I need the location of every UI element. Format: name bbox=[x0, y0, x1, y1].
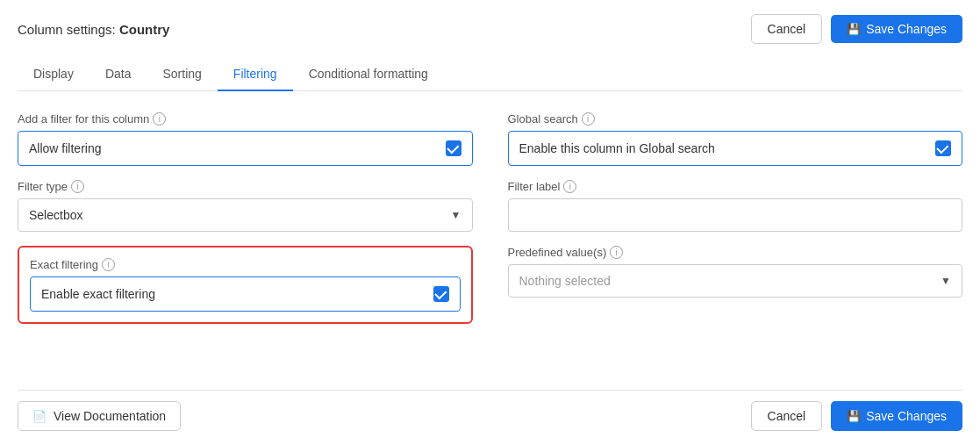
predefined-values-chevron-icon: ▼ bbox=[941, 275, 951, 287]
save-icon-bottom: 💾 bbox=[847, 410, 861, 423]
save-button-bottom[interactable]: 💾 Save Changes bbox=[831, 401, 962, 431]
exact-filtering-highlighted: Exact filtering i Enable exact filtering bbox=[18, 246, 473, 324]
exact-filtering-row[interactable]: Enable exact filtering bbox=[30, 276, 461, 312]
exact-filtering-checkbox[interactable] bbox=[433, 286, 449, 302]
save-button-top[interactable]: 💾 Save Changes bbox=[831, 15, 962, 43]
cancel-button-bottom[interactable]: Cancel bbox=[751, 401, 823, 431]
settings-grid: Add a filter for this column i Allow fil… bbox=[18, 112, 962, 324]
predefined-values-info-icon: i bbox=[610, 246, 623, 259]
allow-filtering-checkbox[interactable] bbox=[446, 140, 461, 156]
header: Column settings: Country Cancel 💾 Save C… bbox=[18, 14, 962, 44]
exact-filtering-label: Exact filtering i bbox=[30, 258, 461, 271]
predefined-values-label: Predefined value(s) i bbox=[508, 246, 963, 259]
page-title: Column settings: Country bbox=[18, 22, 169, 37]
global-search-checkbox[interactable] bbox=[935, 140, 951, 156]
header-actions: Cancel 💾 Save Changes bbox=[751, 14, 962, 44]
filter-type-select[interactable]: Selectbox ▼ bbox=[18, 198, 473, 232]
filter-type-chevron-icon: ▼ bbox=[451, 209, 461, 221]
filter-label-input[interactable] bbox=[508, 198, 963, 232]
left-column: Add a filter for this column i Allow fil… bbox=[18, 112, 473, 324]
global-search-info-icon: i bbox=[582, 112, 595, 126]
predefined-values-section: Predefined value(s) i Nothing selected ▼ bbox=[508, 246, 963, 298]
global-search-label: Global search i bbox=[508, 112, 963, 126]
filter-label-section: Filter label i bbox=[508, 180, 963, 232]
footer: 📄 View Documentation Cancel 💾 Save Chang… bbox=[18, 390, 962, 431]
tabs: Display Data Sorting Filtering Condition… bbox=[18, 58, 962, 91]
view-docs-button[interactable]: 📄 View Documentation bbox=[18, 401, 181, 431]
global-search-row[interactable]: Enable this column in Global search bbox=[508, 131, 963, 166]
filter-section-label: Add a filter for this column i bbox=[18, 112, 473, 126]
content-area: Add a filter for this column i Allow fil… bbox=[18, 91, 962, 390]
filter-type-label: Filter type i bbox=[18, 180, 473, 193]
filter-section: Add a filter for this column i Allow fil… bbox=[18, 112, 473, 166]
filter-section-info-icon: i bbox=[153, 112, 166, 126]
doc-icon: 📄 bbox=[32, 410, 46, 423]
save-icon-top: 💾 bbox=[847, 23, 861, 36]
filter-type-section: Filter type i Selectbox ▼ bbox=[18, 180, 473, 232]
tab-display[interactable]: Display bbox=[18, 58, 89, 91]
filter-label-label: Filter label i bbox=[508, 180, 963, 193]
tab-conditional-formatting[interactable]: Conditional formatting bbox=[293, 58, 444, 91]
filter-type-info-icon: i bbox=[71, 180, 84, 193]
tab-filtering[interactable]: Filtering bbox=[218, 58, 293, 91]
global-search-section: Global search i Enable this column in Gl… bbox=[508, 112, 963, 166]
tab-sorting[interactable]: Sorting bbox=[147, 58, 217, 91]
exact-filtering-info-icon: i bbox=[102, 258, 115, 271]
allow-filtering-row[interactable]: Allow filtering bbox=[18, 131, 473, 166]
cancel-button-top[interactable]: Cancel bbox=[751, 14, 823, 44]
right-column: Global search i Enable this column in Gl… bbox=[508, 112, 963, 324]
tab-data[interactable]: Data bbox=[89, 58, 147, 91]
predefined-values-select[interactable]: Nothing selected ▼ bbox=[508, 264, 963, 298]
filter-label-info-icon: i bbox=[563, 180, 576, 193]
footer-actions: Cancel 💾 Save Changes bbox=[751, 401, 962, 431]
